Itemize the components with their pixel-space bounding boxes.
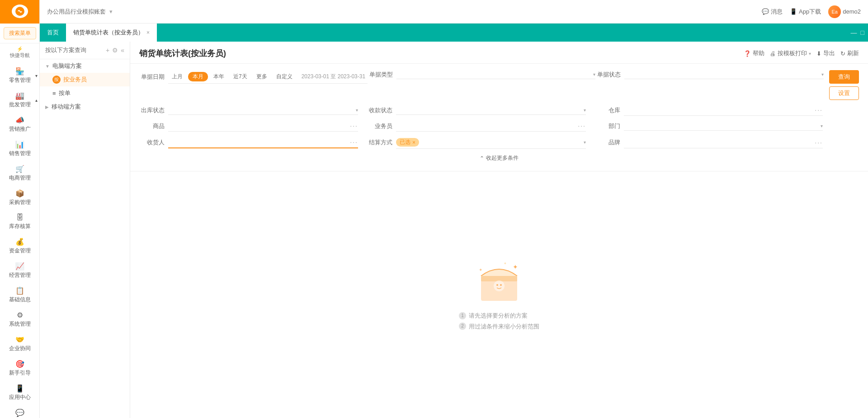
pc-tree-arrow: ▼ bbox=[45, 64, 50, 69]
collect-status-dropdown-icon: ▾ bbox=[584, 108, 586, 113]
salesman-badge: 按 bbox=[52, 76, 61, 84]
tab-home[interactable]: 首页 bbox=[40, 24, 66, 42]
by-salesman-label: 按业务员 bbox=[63, 76, 87, 84]
tree-item-mobile[interactable]: ▶ 移动端方案 bbox=[40, 100, 130, 114]
sidebar-item-purchase-label: 采购管理 bbox=[9, 199, 31, 206]
page-actions: ❓ 帮助 🖨 按模板打印 ▾ ⬇ 导出 ↻ 刷新 bbox=[744, 49, 859, 57]
out-status-control[interactable]: ▾ bbox=[168, 106, 358, 115]
sidebar-item-retail-label: 零售管理 bbox=[9, 76, 31, 84]
help-button[interactable]: ❓ 帮助 bbox=[744, 49, 764, 57]
sidebar-item-marketing[interactable]: 📣 营销推广 bbox=[0, 112, 39, 137]
date-this-year[interactable]: 本年 bbox=[210, 72, 228, 81]
pc-section-label: 电脑端方案 bbox=[52, 62, 82, 70]
empty-step-2: 2 用过滤条件来缩小分析范围 bbox=[459, 321, 539, 332]
status-filter-control[interactable]: ▾ bbox=[624, 70, 824, 79]
tab-maximize-button[interactable]: □ bbox=[861, 29, 864, 36]
date-custom[interactable]: 自定义 bbox=[273, 72, 296, 81]
mobile-section-label: 移动端方案 bbox=[52, 103, 81, 111]
sidebar-item-ecommerce[interactable]: 🛒 电商管理 bbox=[0, 161, 39, 185]
print-icon: 🖨 bbox=[770, 50, 776, 57]
settle-label: 结算方式 bbox=[367, 138, 396, 147]
tree-item-by-order[interactable]: ≡ 按单 bbox=[40, 86, 130, 100]
search-button-group: 查询 设置 bbox=[829, 70, 859, 100]
brand-control[interactable]: ··· bbox=[624, 137, 823, 148]
user-profile[interactable]: Ea demo2 bbox=[828, 5, 861, 18]
tab-close-button[interactable]: × bbox=[146, 29, 150, 36]
date-this-month[interactable]: 本月 bbox=[188, 72, 208, 81]
consignee-control[interactable]: ··· bbox=[168, 137, 358, 148]
sidebar-item-retail[interactable]: 🏪 零售管理 ▾ bbox=[0, 63, 39, 88]
warehouse-control[interactable]: ··· bbox=[624, 104, 823, 116]
tree-item-by-salesman[interactable]: 按 按业务员 bbox=[40, 73, 130, 86]
filter-consignee-cell: 收货人 ··· bbox=[139, 137, 367, 148]
settings-button[interactable]: 设置 bbox=[829, 86, 859, 100]
dept-control[interactable]: ▾ bbox=[624, 122, 823, 131]
date-last-7days[interactable]: 近7天 bbox=[230, 72, 251, 81]
tab-active[interactable]: 销货单统计表（按业务员） × bbox=[66, 24, 157, 42]
warehouse-dots[interactable]: ··· bbox=[815, 106, 823, 114]
user-name: demo2 bbox=[843, 8, 861, 15]
settle-tag-close[interactable]: × bbox=[412, 139, 415, 146]
app-download-button[interactable]: 📱 App下载 bbox=[790, 8, 821, 16]
warehouse-label: 仓库 bbox=[595, 106, 624, 114]
message-button[interactable]: 💬 消息 bbox=[762, 8, 783, 16]
filter-row-4: 收货人 ··· 结算方式 已选 × ▾ bbox=[139, 136, 859, 149]
collapse-panel-button[interactable]: « bbox=[121, 47, 124, 54]
salesman-dots[interactable]: ··· bbox=[578, 122, 586, 129]
filter-warehouse-cell: 仓库 ··· bbox=[595, 104, 823, 116]
svg-text:✦: ✦ bbox=[513, 263, 518, 271]
search-menu-button[interactable]: 搜索菜单 bbox=[4, 27, 36, 39]
settings-scheme-button[interactable]: ⚙ bbox=[112, 47, 118, 54]
settle-tag[interactable]: 已选 × bbox=[396, 138, 419, 147]
date-more[interactable]: 更多 bbox=[253, 72, 271, 81]
add-scheme-button[interactable]: + bbox=[106, 47, 109, 54]
right-content: 销货单统计表(按业务员) ❓ 帮助 🖨 按模板打印 ▾ ⬇ 导出 bbox=[130, 42, 868, 418]
print-button[interactable]: 🖨 按模板打印 ▾ bbox=[770, 49, 811, 57]
collect-status-control[interactable]: ▾ bbox=[396, 106, 586, 115]
export-button[interactable]: ⬇ 导出 bbox=[816, 49, 835, 57]
brand-dots[interactable]: ··· bbox=[815, 139, 823, 146]
tree-item-pc[interactable]: ▼ 电脑端方案 bbox=[40, 59, 130, 73]
goods-dots[interactable]: ··· bbox=[350, 122, 358, 129]
svg-point-6 bbox=[494, 280, 505, 291]
sidebar-item-finance[interactable]: 💰 资金管理 bbox=[0, 234, 39, 258]
app-logo bbox=[0, 0, 39, 24]
refresh-button[interactable]: ↻ 刷新 bbox=[840, 49, 859, 57]
sidebar: 搜索菜单 ⚡ 快捷导航 🏪 零售管理 ▾ 🏭 批发管理 ▴ 📣 营销推广 📊 销… bbox=[0, 0, 40, 418]
sidebar-item-wechat[interactable]: 💬 企业微信 bbox=[0, 405, 39, 418]
topbar-dropdown-icon[interactable]: ▾ bbox=[109, 8, 113, 15]
quick-nav-button[interactable]: ⚡ 快捷导航 bbox=[0, 43, 39, 62]
tab-minimize-button[interactable]: — bbox=[851, 29, 857, 36]
sidebar-item-system[interactable]: ⚙ 系统管理 bbox=[0, 307, 39, 332]
collapse-row: ⌃ 收起更多条件 bbox=[139, 152, 859, 165]
svg-point-8 bbox=[500, 284, 502, 286]
sidebar-item-newuser[interactable]: 🎯 新手引导 bbox=[0, 356, 39, 380]
salesman-control[interactable]: ··· bbox=[396, 120, 586, 132]
svg-text:✦: ✦ bbox=[504, 261, 507, 266]
collapse-filters-button[interactable]: ⌃ 收起更多条件 bbox=[480, 154, 519, 162]
sidebar-item-appcenter[interactable]: 📱 应用中心 bbox=[0, 380, 39, 405]
type-filter-control[interactable]: ▾ bbox=[396, 70, 596, 79]
settle-control[interactable]: 已选 × ▾ bbox=[396, 136, 586, 149]
sidebar-item-wholesale[interactable]: 🏭 批发管理 ▴ bbox=[0, 88, 39, 112]
topbar-title: 办公用品行业模拟账套 bbox=[47, 8, 106, 16]
settle-dropdown-icon: ▾ bbox=[584, 140, 586, 145]
filter-outstatus-cell: 出库状态 ▾ bbox=[139, 106, 367, 115]
content-area: 按以下方案查询 + ⚙ « ▼ 电脑端方案 按 按业务员 ≡ 按单 bbox=[40, 42, 868, 418]
sidebar-item-wholesale-label: 批发管理 bbox=[9, 101, 31, 109]
filter-goods-cell: 商品 ··· bbox=[139, 120, 367, 132]
date-last-month[interactable]: 上月 bbox=[168, 72, 186, 81]
sidebar-item-operations[interactable]: 📈 经营管理 bbox=[0, 258, 39, 283]
sidebar-item-enterprise[interactable]: 🤝 企业协同 bbox=[0, 332, 39, 356]
sidebar-item-sales[interactable]: 📊 销售管理 bbox=[0, 137, 39, 161]
sidebar-item-inventory[interactable]: 🗄 库存核算 bbox=[0, 210, 39, 234]
filter-brand-cell: 品牌 ··· bbox=[595, 137, 823, 148]
sidebar-item-purchase[interactable]: 📦 采购管理 bbox=[0, 185, 39, 210]
sidebar-item-basic[interactable]: 📋 基础信息 bbox=[0, 283, 39, 307]
collapse-icon: ⌃ bbox=[480, 155, 484, 162]
system-icon: ⚙ bbox=[17, 311, 23, 319]
consignee-dots[interactable]: ··· bbox=[350, 138, 358, 146]
left-panel-title: 按以下方案查询 bbox=[45, 46, 86, 54]
query-button[interactable]: 查询 bbox=[829, 70, 859, 84]
goods-control[interactable]: ··· bbox=[168, 120, 358, 132]
